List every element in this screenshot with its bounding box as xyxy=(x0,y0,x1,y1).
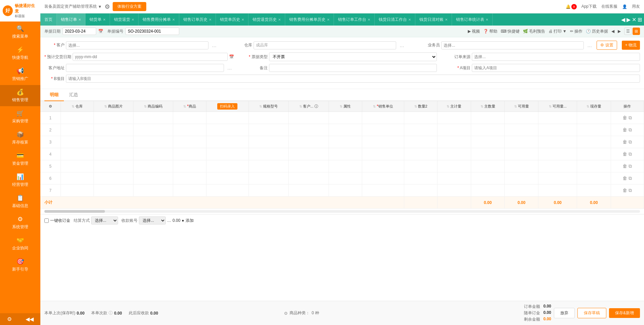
tab-close-all-icon[interactable]: ✕ xyxy=(632,16,636,23)
cell-attr[interactable] xyxy=(329,112,362,124)
tab-stats[interactable]: 销售订单统计表 ✕ xyxy=(452,13,493,26)
user-name[interactable]: 用友 xyxy=(632,4,640,9)
print-action[interactable]: 🖨 打印 ▼ xyxy=(548,29,567,34)
online-service-link[interactable]: 在线客服 xyxy=(601,4,617,9)
sidebar-item-search[interactable]: 🔍 搜索菜单 xyxy=(0,22,40,43)
sidebar-item-purchase[interactable]: 🛒 采购管理 xyxy=(0,106,40,127)
delete-row-icon[interactable]: 🗑 xyxy=(622,115,627,121)
sidebar-item-marketing[interactable]: 📢 营销推广 xyxy=(0,64,40,85)
view-action[interactable]: ▶ 视频 xyxy=(468,29,480,34)
bank-more-icon[interactable]: … xyxy=(167,218,171,223)
save-draft-button[interactable]: 保存草稿 xyxy=(577,308,606,318)
delete-row-icon[interactable]: 🗑 xyxy=(622,163,627,169)
a-project-input[interactable] xyxy=(472,64,640,72)
tab-detail[interactable]: 明细 xyxy=(44,89,64,101)
tab-order-history[interactable]: 销售订单历史 ✕ xyxy=(179,13,216,26)
sidebar-item-finance[interactable]: 💳 资金管理 xyxy=(0,149,40,170)
topbar-gear-icon[interactable]: ⚙ xyxy=(105,3,110,10)
tab-next-icon[interactable]: ▶ xyxy=(627,16,631,23)
add-product-btn[interactable]: + 物流 xyxy=(622,41,640,50)
history-action[interactable]: 🕐 历史单据 xyxy=(586,29,608,34)
order-no-input[interactable] xyxy=(125,28,179,35)
sidebar-item-inventory[interactable]: 📦 库存核算 xyxy=(0,127,40,149)
tab-close-icon[interactable]: ✕ xyxy=(408,18,411,22)
copy-row-icon[interactable]: ⧉ xyxy=(629,175,632,181)
cell-unit[interactable] xyxy=(362,112,404,124)
cell-stock[interactable] xyxy=(577,112,611,124)
app-download-link[interactable]: App下载 xyxy=(581,4,597,9)
calendar-icon[interactable]: 📅 xyxy=(98,29,103,34)
copy-row-icon[interactable]: ⧉ xyxy=(629,115,632,121)
notification-area[interactable]: 🔔 9 xyxy=(566,4,577,9)
print-dropdown-icon[interactable]: ▼ xyxy=(563,29,567,34)
cell-scan[interactable] xyxy=(206,112,249,124)
next-record-icon[interactable]: ▶ xyxy=(618,29,621,34)
shortcut-action[interactable]: ⌨ 快捷键 xyxy=(501,29,520,34)
tab-fee-history[interactable]: 销售费用分摊单历史 ✕ xyxy=(285,13,334,26)
address-more-icon[interactable]: … xyxy=(225,65,234,71)
cell-product[interactable] xyxy=(173,112,206,124)
tab-close-icon[interactable]: ✕ xyxy=(209,18,212,22)
delete-row-icon[interactable]: 🗑 xyxy=(622,151,627,157)
tab-close-icon[interactable]: ✕ xyxy=(445,18,448,22)
cell-available2[interactable] xyxy=(538,112,577,124)
cell-main-qty[interactable] xyxy=(471,112,504,124)
tab-close-icon[interactable]: ✕ xyxy=(327,18,330,22)
settings-bottom-icon[interactable]: ⚙ xyxy=(7,316,12,322)
cell-main-unit[interactable] xyxy=(437,112,471,124)
delete-row-icon[interactable]: 🗑 xyxy=(622,127,627,133)
scrollbar-thumb[interactable] xyxy=(44,210,105,213)
salesman-input[interactable] xyxy=(441,41,584,49)
tab-summary[interactable]: 汇总 xyxy=(64,89,83,101)
tab-invoice-history[interactable]: 销货单历史 ✕ xyxy=(216,13,249,26)
sidebar-item-operations[interactable]: 📊 经营管理 xyxy=(0,170,40,191)
bank-account-select[interactable]: 选择... xyxy=(139,216,166,225)
sidebar-item-guide[interactable]: 🎯 新手引导 xyxy=(0,254,40,276)
cell-qty2[interactable] xyxy=(404,112,437,124)
product-types-icon[interactable]: ⊙ xyxy=(284,311,288,316)
copy-row-icon[interactable]: ⧉ xyxy=(629,139,632,145)
warehouse-more-icon[interactable]: … xyxy=(397,43,406,48)
one-click-checkbox[interactable] xyxy=(44,218,49,223)
b-project-input[interactable] xyxy=(66,75,640,83)
copy-row-icon[interactable]: ⧉ xyxy=(629,188,632,193)
cell-code[interactable] xyxy=(134,112,173,124)
copy-row-icon[interactable]: ⧉ xyxy=(629,151,632,157)
tab-fee-split[interactable]: 销售费用分摊单 ✕ xyxy=(139,13,179,26)
col-settings[interactable]: ⚙ xyxy=(40,101,61,112)
sidebar-item-basic-info[interactable]: 📋 基础信息 xyxy=(0,191,40,212)
tab-daily-workbench[interactable]: 钱货日清工作台 ✕ xyxy=(375,13,415,26)
address-input[interactable] xyxy=(66,64,224,72)
sidebar-item-collab[interactable]: 🤝 企业协同 xyxy=(0,233,40,254)
delivery-calendar-icon[interactable]: 📅 xyxy=(229,54,234,59)
help-action[interactable]: ❓ 帮助 xyxy=(483,29,497,34)
tab-workbench[interactable]: 销售订单工作台 ✕ xyxy=(334,13,375,26)
delete-row-icon[interactable]: 🗑 xyxy=(622,139,627,145)
tab-close-icon[interactable]: ✕ xyxy=(103,18,106,22)
cell-customer-code[interactable] xyxy=(289,112,329,124)
tab-prev-icon[interactable]: ◀ xyxy=(621,16,625,23)
customer-input[interactable] xyxy=(66,41,209,49)
list-view-icon[interactable]: ☰ xyxy=(624,28,632,35)
invoice-type-select[interactable]: 不开票 xyxy=(269,52,437,61)
order-source-input[interactable] xyxy=(472,53,640,61)
prev-record-icon[interactable]: ◀ xyxy=(611,29,614,34)
solution-button[interactable]: 体验行业方案 xyxy=(113,2,146,11)
add-payment-btn[interactable]: ● 添加 xyxy=(182,218,193,224)
current-info-icon[interactable]: ⓘ xyxy=(109,310,113,316)
tab-sales-order[interactable]: 销售订单 ✕ xyxy=(57,13,85,26)
grid-view-icon[interactable]: ⊞ xyxy=(633,28,640,35)
tab-daily-reconcile[interactable]: 钱货日清对账 ✕ xyxy=(415,13,452,26)
tab-close-icon[interactable]: ✕ xyxy=(172,18,175,22)
sidebar-item-sales[interactable]: 💰 销售管理 xyxy=(0,85,40,106)
warehouse-input[interactable] xyxy=(254,41,396,49)
tab-sales-invoice[interactable]: 销货单 ✕ xyxy=(85,13,110,26)
date-input[interactable] xyxy=(63,28,96,35)
tab-close-icon[interactable]: ✕ xyxy=(486,18,488,22)
table-scrollbar[interactable] xyxy=(44,210,640,213)
discard-button[interactable]: 放弃 xyxy=(554,308,575,318)
tab-close-icon[interactable]: ✕ xyxy=(78,18,81,22)
customer-more-icon[interactable]: … xyxy=(210,43,219,48)
save-new-button[interactable]: 保存&新增 xyxy=(609,308,640,318)
scan-btn[interactable]: 扫码录入 xyxy=(217,103,237,110)
